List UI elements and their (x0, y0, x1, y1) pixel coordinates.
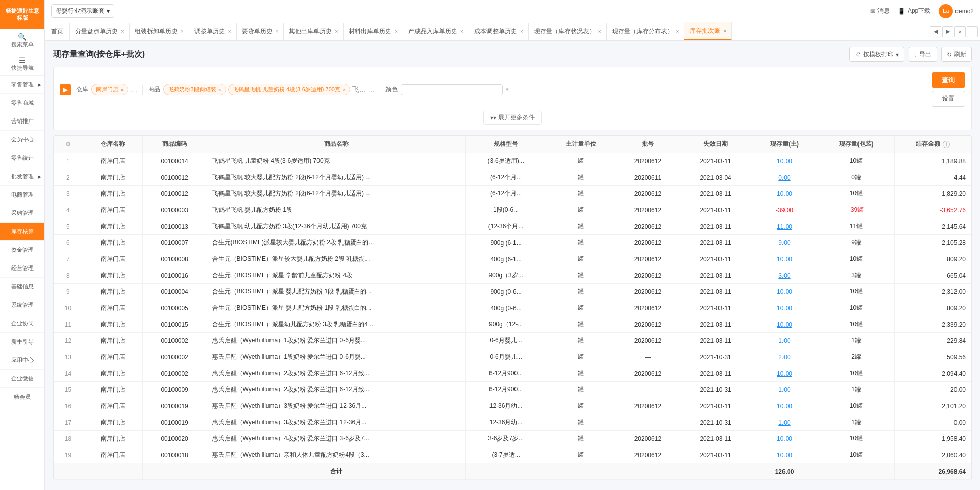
color-input[interactable] (401, 84, 503, 95)
sidebar-item-purchase[interactable]: 采购管理 (0, 204, 44, 223)
tab-close-icon[interactable]: × (723, 28, 726, 34)
tab-next-btn[interactable]: ▶ (942, 26, 953, 37)
settings-button[interactable]: 设置 (932, 91, 965, 107)
sidebar-item-guide[interactable]: 新手引导 (0, 333, 44, 351)
stock-main-link[interactable]: 10.00 (777, 158, 792, 165)
sidebar-item-enterprise[interactable]: 企业协同 (0, 314, 44, 333)
stock-main-link[interactable]: 1.00 (778, 337, 790, 345)
settings-col-icon[interactable]: ⚙ (65, 141, 71, 148)
cell-batch: 20200612 (616, 365, 680, 382)
sidebar-item-base[interactable]: 基础信息 (0, 278, 44, 296)
sidebar-item-wholesale[interactable]: 批发管理▶ (0, 167, 44, 186)
sidebar-item-inventory[interactable]: 库存核算 (0, 223, 44, 241)
tab-product-in[interactable]: 产成品入库单历史 × (403, 23, 469, 40)
goods-tag-1[interactable]: 飞鹤奶粉3段两罐装 × (163, 84, 226, 95)
goods-more[interactable]: 飞... (352, 85, 365, 94)
sidebar-item-ecommerce[interactable]: 电商管理 (0, 186, 44, 204)
sidebar-item-retail[interactable]: 零售管理▶ (0, 76, 44, 94)
color-dropdown-icon[interactable]: ▾ (506, 86, 509, 93)
tab-close-icon[interactable]: × (335, 29, 338, 34)
sidebar-item-appcenter[interactable]: 应用中心 (0, 351, 44, 370)
stock-main-link[interactable]: 10.00 (777, 321, 792, 328)
stock-main-link[interactable]: 1.00 (778, 386, 790, 394)
tab-close-icon[interactable]: × (228, 29, 231, 34)
topbar-app-download[interactable]: 📱 App下载 (898, 7, 930, 15)
tab-close-icon[interactable]: × (276, 29, 279, 34)
tab-prev-btn[interactable]: ◀ (930, 26, 941, 37)
goods-more-dots[interactable]: … (368, 86, 375, 94)
query-button[interactable]: 查询 (932, 72, 965, 88)
account-dropdown[interactable]: 母婴行业演示账套 ▾ (51, 4, 114, 18)
stock-main-link[interactable]: 10.00 (777, 288, 792, 296)
stock-main-link[interactable]: 10.00 (777, 256, 792, 263)
sidebar-logo[interactable]: 畅捷通好生意 标版 (0, 0, 44, 29)
stock-main-link[interactable]: 0.00 (778, 174, 790, 181)
sidebar-search[interactable]: 🔍 搜索菜单 (0, 29, 44, 53)
tab-stock-dist[interactable]: 现存量（库存分布表） × (607, 23, 685, 40)
cell-warehouse: 南岸门店 (83, 169, 142, 186)
stock-main-link[interactable]: 9.00 (778, 239, 790, 247)
sidebar-item-finance[interactable]: 资金管理 (0, 241, 44, 259)
sidebar-item-marketing[interactable]: 营销推广 (0, 112, 44, 131)
cell-spec: (12-36个月... (466, 218, 546, 235)
goods-tag-1-remove[interactable]: × (218, 87, 222, 93)
sidebar-item-stats[interactable]: 零售统计 (0, 149, 44, 167)
expand-more-button[interactable]: ▾▾ 展开更多条件 (483, 111, 542, 125)
sidebar-item-corpwechat[interactable]: 企业微信 (0, 370, 44, 388)
tab-split-stock[interactable]: 分量盘点单历史 × (70, 23, 130, 40)
refresh-button[interactable]: ↻ 刷新 (941, 47, 972, 62)
sidebar-item-vip[interactable]: 畅会员 (0, 388, 44, 406)
topbar-user[interactable]: Ea demo2 (939, 4, 974, 18)
tab-cost-adjust[interactable]: 成本调整单历史 × (469, 23, 529, 40)
tab-close-icon[interactable]: × (598, 29, 601, 34)
tab-close-btn[interactable]: × (954, 26, 966, 37)
stock-main-link[interactable]: 1.00 (778, 419, 790, 426)
sidebar-item-member[interactable]: 会员中心 (0, 131, 44, 149)
tabbar: 首页 分量盘点单历史 × 组装拆卸单历史 × 调拨单历史 × 要货单历史 × 其… (45, 22, 980, 41)
stock-main-link[interactable]: 11.00 (777, 223, 792, 230)
sidebar-item-shop[interactable]: 零售商城 (0, 94, 44, 112)
stock-main-link[interactable]: 2.00 (778, 354, 790, 361)
filter-sep-2 (380, 85, 380, 95)
sidebar-item-operation[interactable]: 经营管理 (0, 259, 44, 278)
stock-main-link[interactable]: 10.00 (777, 305, 792, 312)
tab-home[interactable]: 首页 (45, 23, 70, 40)
tab-disassemble[interactable]: 组装拆卸单历史 × (130, 23, 189, 40)
tab-close-icon[interactable]: × (460, 29, 463, 34)
table-row: 17 南岸门店 00100019 惠氏启醒（Wyeth illuma）3段奶粉 … (54, 414, 971, 431)
tab-transfer[interactable]: 调拨单历史 × (189, 23, 237, 40)
goods-tag-2[interactable]: 飞鹤星飞帆 儿童奶粉 4段(3-6岁适用) 700克 × (228, 84, 350, 95)
stock-main-link[interactable]: 10.00 (777, 190, 792, 198)
tab-close-icon[interactable]: × (181, 29, 184, 34)
cell-stock-pkg: 2罐 (818, 349, 895, 365)
warehouse-tag[interactable]: 南岸门店 × (91, 84, 128, 95)
cell-unit: 罐 (546, 169, 616, 186)
tab-batch-ledger[interactable]: 库存批次账 × (684, 22, 732, 40)
stock-main-link[interactable]: 10.00 (777, 403, 792, 410)
sidebar-quicknav[interactable]: ☰ 快捷导航 (0, 53, 44, 76)
stock-main-link[interactable]: 10.00 (777, 370, 792, 377)
tab-material-out[interactable]: 材料出库单历史 × (344, 23, 403, 40)
tab-stock-status[interactable]: 现存量（库存状况表） × (529, 23, 607, 40)
tab-requisition[interactable]: 要货单历史 × (237, 23, 284, 40)
stock-main-link[interactable]: 10.00 (777, 452, 792, 459)
stock-main-link[interactable]: 3.00 (778, 272, 790, 279)
sidebar-item-system[interactable]: 系统管理 (0, 296, 44, 314)
stock-main-link[interactable]: 10.00 (777, 435, 792, 443)
tab-other-out[interactable]: 其他出库单历史 × (284, 23, 344, 40)
tab-close-icon[interactable]: × (676, 29, 679, 34)
tab-close-icon[interactable]: × (121, 29, 124, 34)
tab-more-btn[interactable]: ≡ (967, 26, 978, 37)
cell-stock-main: 10.00 (751, 284, 818, 300)
template-print-button[interactable]: 🖨 按模板打印 ▾ (849, 47, 904, 62)
balance-info-icon[interactable]: i (943, 141, 950, 148)
goods-tag-2-remove[interactable]: × (342, 87, 346, 93)
filter-expand-btn[interactable]: ▶ (60, 84, 71, 95)
topbar-message[interactable]: ✉ 消息 (870, 7, 890, 15)
warehouse-more[interactable]: … (130, 86, 137, 94)
stock-main-link[interactable]: -39.00 (776, 207, 793, 214)
tab-close-icon[interactable]: × (395, 29, 398, 34)
warehouse-tag-remove[interactable]: × (120, 87, 124, 93)
export-button[interactable]: ↓ 导出 (909, 47, 937, 62)
tab-close-icon[interactable]: × (520, 29, 523, 34)
